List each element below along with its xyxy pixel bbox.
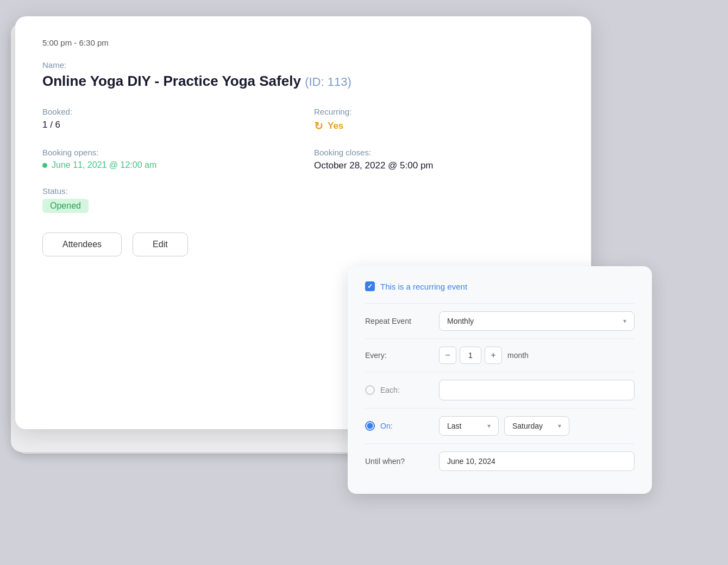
repeat-event-select[interactable]: Monthly ▾ [439, 311, 635, 331]
each-label: Each: [380, 386, 400, 394]
status-label: Status: [42, 186, 564, 196]
on-row: On: Last ▾ Saturday ▾ [365, 408, 635, 443]
until-row: Until when? June 10, 2024 [365, 443, 635, 479]
every-row: Every: − 1 + month [365, 338, 635, 372]
every-content: − 1 + month [439, 347, 635, 364]
on-radio-row: On: [365, 421, 430, 431]
each-input[interactable] [439, 380, 635, 400]
info-grid: Booked: 1 / 6 Recurring: ↻ Yes Booking o… [42, 107, 564, 171]
every-label: Every: [365, 351, 430, 360]
increase-button[interactable]: + [485, 347, 502, 364]
booking-opens-label: Booking opens: [42, 148, 292, 157]
time-label: 5:00 pm - 6:30 pm [42, 38, 564, 47]
event-name: Online Yoga DIY - Practice Yoga Safely (… [42, 73, 564, 90]
on-content: Last ▾ Saturday ▾ [439, 416, 635, 436]
name-field-label: Name: [42, 60, 564, 70]
booking-closes-value: October 28, 2022 @ 5:00 pm [314, 160, 564, 171]
on-label-container: On: [365, 421, 430, 431]
each-label-container: Each: [365, 385, 430, 395]
recurring-item: Recurring: ↻ Yes [314, 107, 564, 133]
repeat-event-row: Repeat Event Monthly ▾ [365, 303, 635, 338]
on-day-select[interactable]: Saturday ▾ [504, 416, 569, 436]
recurring-label: Recurring: [314, 107, 564, 116]
each-content [439, 380, 635, 400]
booking-opens-value: June 11, 2021 @ 12:00 am [42, 160, 292, 170]
each-radio[interactable] [365, 385, 375, 395]
until-content: June 10, 2024 [439, 451, 635, 471]
chevron-down-icon: ▾ [487, 422, 491, 430]
booked-value: 1 / 6 [42, 120, 292, 130]
on-label: On: [380, 422, 393, 430]
status-section: Status: Opened [42, 186, 564, 213]
chevron-down-icon: ▾ [623, 317, 626, 325]
stepper-value: 1 [460, 347, 481, 364]
attendees-button[interactable]: Attendees [42, 233, 122, 256]
each-radio-row: Each: [365, 385, 430, 395]
decrease-button[interactable]: − [439, 347, 456, 364]
until-date-input[interactable]: June 10, 2024 [439, 451, 635, 471]
stepper-unit: month [507, 351, 529, 360]
repeat-event-label: Repeat Event [365, 317, 430, 325]
recurring-panel-header: This is a recurring event [365, 281, 635, 291]
booking-closes-item: Booking closes: October 28, 2022 @ 5:00 … [314, 148, 564, 171]
stepper-group: − 1 + [439, 347, 502, 364]
booked-item: Booked: 1 / 6 [42, 107, 292, 133]
recurring-checkbox[interactable] [365, 281, 375, 291]
recurring-value: ↻ Yes [314, 120, 564, 133]
recurring-panel: This is a recurring event Repeat Event M… [348, 266, 652, 494]
until-label: Until when? [365, 457, 430, 466]
booking-opens-item: Booking opens: June 11, 2021 @ 12:00 am [42, 148, 292, 171]
chevron-down-icon: ▾ [558, 422, 561, 430]
each-row: Each: [365, 372, 635, 408]
recur-icon: ↻ [314, 120, 323, 133]
green-dot-icon [42, 163, 47, 168]
repeat-event-content: Monthly ▾ [439, 311, 635, 331]
button-row: Attendees Edit [42, 233, 564, 256]
edit-button[interactable]: Edit [133, 233, 188, 256]
on-position-select[interactable]: Last ▾ [439, 416, 499, 436]
recurring-checkbox-label: This is a recurring event [380, 282, 467, 291]
status-badge: Opened [42, 199, 89, 213]
on-radio[interactable] [365, 421, 375, 431]
booked-label: Booked: [42, 107, 292, 116]
booking-closes-label: Booking closes: [314, 148, 564, 157]
